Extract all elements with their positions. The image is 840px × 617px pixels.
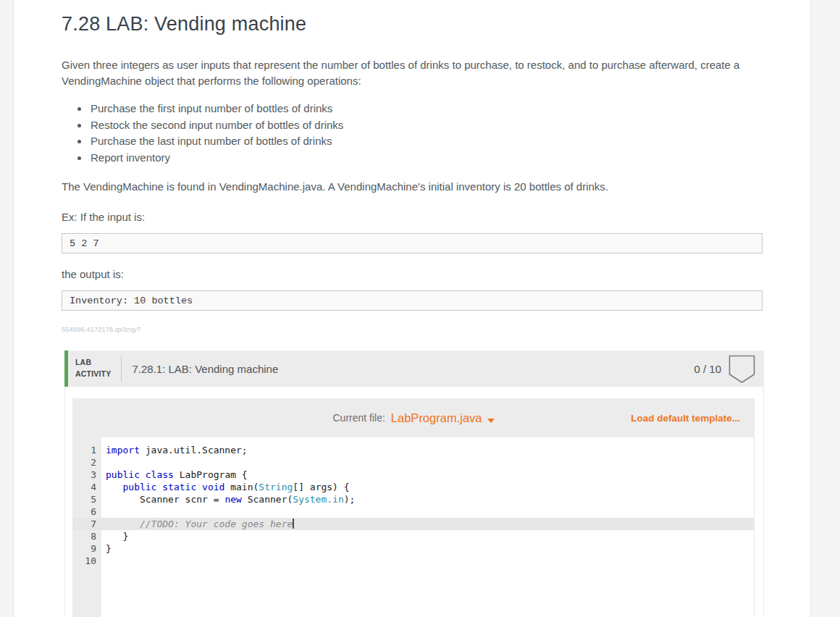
example-input-block: 5 2 7 (62, 233, 763, 253)
code-line-text (101, 505, 754, 518)
code-line-text (101, 555, 754, 567)
operation-item: Purchase the first input number of bottl… (89, 101, 763, 117)
example-output-block: Inventory: 10 bottles (62, 290, 763, 311)
score-shield-icon (728, 355, 755, 384)
intro-paragraph: Given three integers as user inputs that… (62, 57, 763, 89)
code-line[interactable]: 9} (72, 542, 754, 555)
score-text: 0 / 10 (694, 363, 721, 375)
line-number: 6 (72, 505, 101, 518)
editor-toolbar: Current file: LabProgram.java Load defau… (72, 398, 755, 437)
code-line-text: import java.util.Scanner; (101, 444, 754, 456)
code-line-text: public static void main(String[] args) { (101, 481, 754, 493)
code-line-text: } (101, 530, 754, 542)
line-number: 7 (72, 518, 101, 530)
description-paragraph: The VendingMachine is found in VendingMa… (62, 179, 763, 195)
line-number: 4 (72, 481, 101, 493)
code-line-text: //TODO: Your code goes here (101, 518, 754, 530)
text-cursor (293, 519, 294, 529)
code-line[interactable]: 1import java.util.Scanner; (72, 444, 754, 456)
code-editor: Current file: LabProgram.java Load defau… (72, 398, 755, 617)
line-number: 3 (72, 469, 101, 481)
lab-activity-label: LAB ACTIVITY (75, 357, 111, 380)
line-number: 8 (72, 530, 101, 542)
code-line[interactable]: 3public class LabProgram { (72, 469, 754, 481)
code-line[interactable]: 10 (72, 555, 754, 567)
code-line[interactable]: 6 (72, 505, 754, 518)
line-number: 1 (72, 444, 101, 456)
code-line[interactable]: 7 //TODO: Your code goes here (72, 518, 754, 530)
line-number: 10 (72, 555, 101, 567)
current-file-name: LabProgram.java (391, 411, 482, 425)
operation-item: Restock the second input number of bottl… (89, 117, 763, 134)
example-input-label: Ex: If the input is: (62, 211, 763, 223)
lab-activity-header: LAB ACTIVITY 7.28.1: LAB: Vending machin… (64, 351, 764, 387)
load-default-template-link[interactable]: Load default template... (631, 413, 740, 424)
lab-activity-title: 7.28.1: LAB: Vending machine (132, 363, 278, 375)
code-line[interactable]: 2 (72, 456, 754, 469)
operation-item: Report inventory (89, 150, 763, 167)
page-title: 7.28 LAB: Vending machine (62, 13, 763, 35)
lab-activity-body: Current file: LabProgram.java Load defau… (64, 387, 764, 617)
example-output-label: the output is: (62, 268, 763, 280)
current-file-dropdown[interactable]: LabProgram.java (391, 411, 495, 425)
line-number: 5 (72, 493, 101, 505)
line-number: 9 (72, 542, 101, 555)
lab-activity-card: LAB ACTIVITY 7.28.1: LAB: Vending machin… (64, 351, 764, 617)
current-file-label: Current file: (332, 412, 385, 424)
code-line-text (101, 456, 754, 469)
code-line[interactable]: 4 public static void main(String[] args)… (72, 481, 754, 493)
content-sheet: 7.28 LAB: Vending machine Given three in… (13, 0, 811, 617)
operation-item: Purchase the last input number of bottle… (89, 133, 763, 150)
line-number: 2 (72, 456, 101, 469)
code-line-text: } (101, 542, 754, 555)
code-line[interactable]: 5 Scanner scnr = new Scanner(System.in); (72, 493, 754, 505)
code-line-text: Scanner scnr = new Scanner(System.in); (101, 493, 754, 505)
content-resource-id: 554886.4172176.qx3zqy7 (62, 325, 763, 333)
header-divider (121, 356, 122, 382)
code-line-text: public class LabProgram { (101, 469, 754, 481)
code-lines[interactable]: 1import java.util.Scanner;23public class… (72, 437, 755, 617)
code-line[interactable]: 8 } (72, 530, 754, 542)
chevron-down-icon (487, 419, 495, 423)
operations-list: Purchase the first input number of bottl… (89, 101, 763, 166)
